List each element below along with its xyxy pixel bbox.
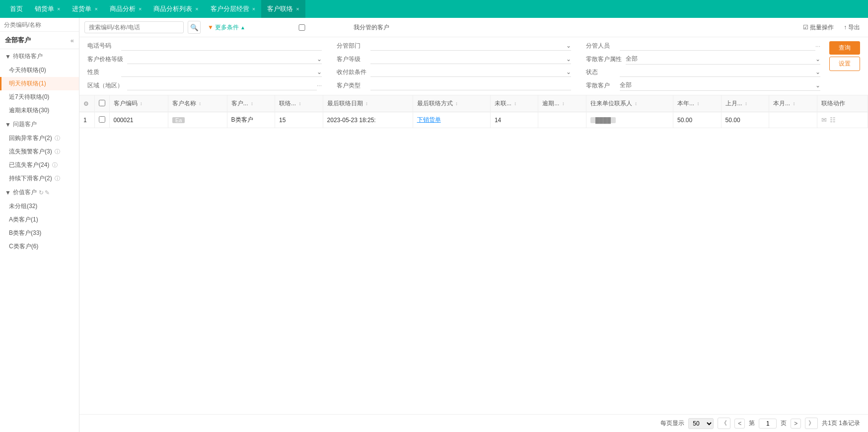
sort-icon[interactable]: ↕ — [199, 101, 201, 106]
nav-sales-order[interactable]: 销货单 × — [29, 0, 66, 18]
sort-icon[interactable]: ↕ — [745, 101, 747, 106]
sort-icon[interactable]: ↕ — [140, 101, 143, 106]
dots-icon[interactable]: ··· — [317, 82, 322, 89]
close-icon[interactable]: × — [296, 6, 299, 12]
batch-operation-button[interactable]: ☑ 批量操作 — [800, 21, 837, 34]
sidebar-item-class-b[interactable]: B类客户(33) — [0, 226, 79, 240]
sidebar-item-class-c[interactable]: C类客户(6) — [0, 240, 79, 253]
filter-input-person[interactable] — [620, 41, 815, 51]
sort-icon[interactable]: ↕ — [298, 101, 301, 106]
sidebar-item-today-contact[interactable]: 今天待联络(0) — [0, 64, 79, 77]
nav-purchase-order[interactable]: 进货单 × — [66, 0, 103, 18]
sidebar-item-7day-contact[interactable]: 近7天待联络(0) — [0, 90, 79, 104]
filter-input-customer-type[interactable] — [370, 81, 571, 90]
table-container: ⚙ 客户编码 ↕ 客户名称 ↕ — [79, 95, 868, 414]
td-code: 000021 — [109, 112, 168, 128]
th-last-contact-method: 最后联络方式 ↕ — [413, 95, 490, 112]
search-input[interactable] — [84, 21, 184, 33]
setting-button[interactable]: 设置 — [829, 57, 860, 71]
filter-input-region[interactable] — [127, 81, 317, 90]
my-customers-checkbox[interactable] — [252, 24, 352, 31]
nav-customer-contact[interactable]: 客户联络 × — [261, 0, 305, 18]
chevron-down-icon: ⌄ — [815, 82, 820, 89]
filter-select-price-grade[interactable]: ⌄ — [127, 55, 322, 64]
close-icon[interactable]: × — [195, 6, 198, 12]
more-action-icon[interactable]: ☷ — [830, 116, 836, 124]
dots-icon[interactable]: ··· — [815, 43, 820, 50]
chevron-down-icon: ⌄ — [815, 56, 820, 63]
close-icon[interactable]: × — [139, 6, 142, 12]
sort-icon[interactable]: ↕ — [365, 101, 368, 106]
filter-field-nature: 性质 ⌄ — [87, 68, 322, 77]
close-icon[interactable]: × — [57, 6, 60, 12]
select-all-checkbox[interactable] — [99, 100, 105, 106]
collapse-icon[interactable]: « — [71, 37, 74, 44]
sort-icon[interactable]: ↕ — [793, 101, 795, 106]
sidebar: 🔍 全部客户 « ▼ 待联络客户 今天待联络(0) 明天待联络(1) 近7天待联… — [0, 18, 79, 432]
filter-select-retail-attr[interactable]: 全部 ⌄ — [626, 54, 820, 65]
filter-select-dept[interactable]: ⌄ — [370, 41, 571, 51]
export-button[interactable]: ↑ 导出 — [841, 21, 863, 34]
filter-select-retail-customer[interactable]: 全部 ⌄ — [620, 80, 820, 91]
sidebar-search-input[interactable] — [4, 21, 78, 28]
nav-product-analysis[interactable]: 商品分析 × — [104, 0, 147, 18]
th-contacts: 联络... ↕ — [275, 95, 323, 112]
query-button[interactable]: 查询 — [829, 41, 860, 55]
filter-select-payment[interactable]: ⌄ — [370, 68, 571, 77]
first-page-button[interactable]: 《 — [718, 418, 730, 429]
contact-action-icon[interactable]: ✉ — [821, 116, 827, 124]
prev-page-button[interactable]: < — [734, 419, 745, 429]
th-last-month: 上月... ↕ — [721, 95, 769, 112]
search-button[interactable]: 🔍 — [188, 21, 201, 34]
td-this-month — [769, 112, 817, 128]
th-last-contact-date: 最后联络日期 ↕ — [323, 95, 413, 112]
gear-icon[interactable]: ⚙ — [83, 100, 89, 107]
sort-icon[interactable]: ↕ — [514, 101, 516, 106]
filter-input-phone[interactable] — [121, 41, 322, 51]
sidebar-item-churned[interactable]: 已流失客户(24) ⓘ — [0, 158, 79, 172]
sort-icon[interactable]: ↕ — [455, 101, 458, 106]
sort-icon[interactable]: ↕ — [251, 101, 253, 106]
sidebar-all-customers[interactable]: 全部客户 « — [0, 32, 79, 49]
td-type: B类客户 — [227, 112, 275, 128]
filter-select-customer-grade[interactable]: ⌄ — [370, 55, 571, 64]
sidebar-item-ungrouped[interactable]: 未分组(32) — [0, 200, 79, 213]
page-size-select[interactable]: 50 20 100 — [688, 418, 714, 429]
sort-icon[interactable]: ↕ — [562, 101, 565, 106]
sidebar-item-class-a[interactable]: A类客户(1) — [0, 213, 79, 226]
sidebar-item-overdue-contact[interactable]: 逾期未联络(30) — [0, 104, 79, 117]
last-contact-method-link[interactable]: 下销货单 — [417, 116, 441, 123]
main-layout: 🔍 全部客户 « ▼ 待联络客户 今天待联络(0) 明天待联络(1) 近7天待联… — [0, 18, 868, 432]
th-uncontacted: 未联... ↕ — [490, 95, 538, 112]
sidebar-section-pending-contact[interactable]: ▼ 待联络客户 — [0, 49, 79, 64]
page-number-input[interactable] — [759, 419, 777, 429]
nav-product-analysis-list[interactable]: 商品分析列表 × — [147, 0, 204, 18]
my-customers-checkbox-label[interactable]: 我分管的客户 — [252, 23, 389, 32]
filter-field-phone: 电话号码 — [87, 41, 322, 51]
th-actions: 联络动作 — [817, 95, 868, 112]
close-icon[interactable]: × — [94, 6, 97, 12]
nav-home[interactable]: 首页 — [4, 0, 29, 18]
page-unit: 页 — [781, 419, 787, 428]
filter-select-status[interactable]: ⌄ — [620, 68, 820, 77]
filter-select-nature[interactable]: ⌄ — [121, 68, 322, 77]
sort-icon[interactable]: ↕ — [635, 101, 637, 106]
sidebar-item-repurchase-abnormal[interactable]: 回购异常客户(2) ⓘ — [0, 132, 79, 145]
more-conditions-button[interactable]: ▼ 更多条件 ▲ — [205, 21, 248, 34]
sidebar-section-problem-customers[interactable]: ▼ 问题客户 — [0, 117, 79, 132]
sidebar-item-tomorrow-contact[interactable]: 明天待联络(1) — [0, 77, 79, 90]
nav-customer-layering[interactable]: 客户分层经营 × — [205, 0, 261, 18]
sort-icon[interactable]: ↕ — [697, 101, 699, 106]
filter-label-retail-customer: 零散客户 — [586, 81, 616, 90]
filter-row-4: 区域（地区） ··· 客户类型 零散客户 — [87, 80, 820, 91]
filter-field-customer-grade: 客户等级 ⌄ — [337, 55, 571, 64]
sidebar-item-churn-warning[interactable]: 流失预警客户(3) ⓘ — [0, 145, 79, 158]
row-checkbox[interactable] — [99, 116, 105, 123]
pagination-bar: 每页显示 50 20 100 《 < 第 页 > 》 共1页 1条记录 — [79, 414, 868, 432]
sidebar-section-value-customers[interactable]: ▼ 价值客户 ↻ ✎ — [0, 185, 79, 200]
last-page-button[interactable]: 》 — [805, 418, 818, 429]
td-checkbox — [94, 112, 109, 128]
next-page-button[interactable]: > — [791, 419, 801, 429]
sidebar-item-declining[interactable]: 持续下滑客户(2) ⓘ — [0, 172, 79, 185]
close-icon[interactable]: × — [252, 6, 255, 12]
